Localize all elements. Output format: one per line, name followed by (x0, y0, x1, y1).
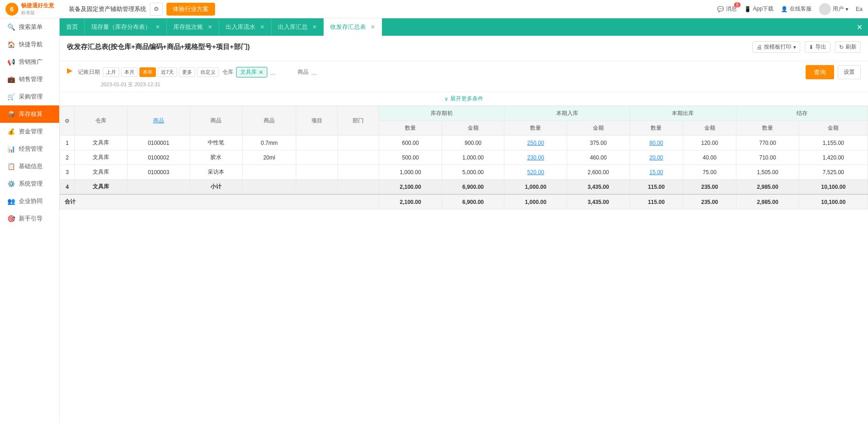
row-dept-2 (337, 165, 379, 180)
row-in-qty-0[interactable]: 250.00 (504, 136, 567, 150)
page-header: 收发存汇总表(按仓库+商品编码+商品+规格型号+项目+部门) 🖨 按模板打印 ▾… (60, 36, 868, 61)
top-bar-right: 💬 消息 6 📱 App下载 👤 在线客服 用户 ▾ Ea (717, 3, 862, 15)
sidebar-icon-4: 🛒 (7, 93, 15, 100)
online-service-item[interactable]: 👤 在线客服 (781, 5, 812, 13)
date-shortcut-本年[interactable]: 本年 (139, 67, 156, 77)
tab-3[interactable]: 出入库流水✕ (219, 18, 271, 36)
footer-label: 合计 (60, 194, 379, 209)
tab-close-3[interactable]: ✕ (260, 24, 265, 30)
row-name-3: 小计 (190, 180, 243, 195)
sidebar-label-0: 搜索菜单 (19, 23, 43, 31)
sidebar-label-3: 销售管理 (19, 75, 43, 83)
tab-close-2[interactable]: ✕ (208, 24, 212, 30)
settings-button[interactable]: 设置 (838, 65, 861, 79)
trial-button[interactable]: 体验行业方案 (166, 3, 215, 16)
sidebar-label-10: 企业协同 (19, 197, 43, 205)
logo-area: 6 畅捷通好生意 标准版 (6, 2, 65, 16)
row-out-qty-0[interactable]: 80.00 (630, 136, 683, 150)
row-in-amt-1: 460.00 (567, 150, 630, 165)
row-code-1: 0100002 (127, 150, 190, 165)
goods-more-button[interactable]: ... (311, 69, 317, 76)
row-code-0: 0100001 (127, 136, 190, 150)
tab-1[interactable]: 现存量（库存分布表）✕ (85, 18, 167, 36)
app-download-item[interactable]: 📱 App下载 (744, 5, 774, 13)
bal-qty-header: 数量 (736, 121, 799, 136)
goods-filter-group: 商品 ... (298, 68, 317, 76)
tab-bar-close[interactable]: ✕ (851, 23, 868, 32)
tab-5[interactable]: 收发存汇总表✕ (324, 18, 382, 36)
row-in-qty-2[interactable]: 520.00 (504, 165, 567, 180)
date-shortcut-本月[interactable]: 本月 (121, 67, 138, 77)
sidebar-item-9[interactable]: ⚙️系统管理 (0, 175, 59, 192)
expand-more-row: ∨ 展开更多条件 (60, 92, 868, 106)
row-spec-1: 20ml (243, 150, 296, 165)
date-shortcut-更多[interactable]: 更多 (179, 67, 195, 77)
tab-4[interactable]: 出入库汇总✕ (271, 18, 324, 36)
tab-close-5[interactable]: ✕ (370, 24, 375, 30)
sidebar-label-7: 经营管理 (19, 145, 43, 153)
in-qty-header: 数量 (504, 121, 567, 136)
refresh-button[interactable]: ↻ 刷新 (835, 41, 861, 53)
tab-close-1[interactable]: ✕ (155, 24, 160, 30)
logo-icon: 6 (6, 3, 18, 16)
sidebar-item-11[interactable]: 🎯新手引导 (0, 210, 59, 227)
sidebar-item-10[interactable]: 👥企业协同 (0, 192, 59, 210)
sidebar-item-7[interactable]: 📊经营管理 (0, 140, 59, 158)
sidebar-item-2[interactable]: 📢营销推广 (0, 53, 59, 71)
date-range-display: 2023-01-01 至 2023-12-31 (78, 81, 861, 88)
export-button[interactable]: ⬇ 导出 (805, 41, 830, 53)
sidebar-icon-10: 👥 (7, 198, 15, 205)
filter-arrow-icon[interactable]: ▶ (67, 66, 72, 75)
tab-close-4[interactable]: ✕ (312, 24, 317, 30)
date-filter-group: 记账日期 上月本月本年近7天更多自定义 (78, 67, 219, 77)
date-shortcut-自定义[interactable]: 自定义 (197, 67, 219, 77)
sidebar-item-4[interactable]: 🛒采购管理 (0, 88, 59, 105)
opening-group-header: 库存期初 (379, 106, 504, 121)
row-in-qty-1[interactable]: 230.00 (504, 150, 567, 165)
notification-item[interactable]: 💬 消息 6 (717, 5, 737, 13)
footer-in-amt: 3,435.00 (567, 194, 630, 209)
row-out-qty-1[interactable]: 20.00 (630, 150, 683, 165)
user-item[interactable]: 用户 ▾ (819, 3, 848, 15)
sidebar-item-3[interactable]: 💼销售管理 (0, 71, 59, 88)
sidebar-item-8[interactable]: 📋基础信息 (0, 158, 59, 175)
sidebar-item-0[interactable]: 🔍搜索菜单 (0, 18, 59, 36)
spec-col-header: 商品 (243, 106, 296, 136)
tab-0[interactable]: 首页 (60, 18, 85, 36)
sidebar-icon-2: 📢 (7, 58, 15, 66)
data-table: ⚙ 仓库 商品 商品 商品 项目 部门 库存期初 本期入库 本期出库 结存 (60, 106, 868, 209)
row-dept-3 (337, 180, 379, 195)
warehouse-more-button[interactable]: ... (270, 69, 276, 76)
sidebar-label-6: 资金管理 (19, 127, 43, 136)
open-amt-header: 金额 (442, 121, 504, 136)
date-shortcut-上月[interactable]: 上月 (103, 67, 119, 77)
footer-out-qty: 115.00 (630, 194, 683, 209)
row-project-1 (296, 150, 337, 165)
row-open-amt-2: 5,000.00 (442, 165, 504, 180)
system-name: 装备及固定资产辅助管理系统 (69, 5, 146, 13)
date-shortcut-近7天[interactable]: 近7天 (158, 67, 177, 77)
chevron-down-icon: ∨ (444, 96, 448, 102)
top-bar-system: 装备及固定资产辅助管理系统 ⚙ 体验行业方案 (65, 3, 717, 16)
gear-button[interactable]: ⚙ (150, 3, 163, 16)
row-out-qty-2[interactable]: 15.00 (630, 165, 683, 180)
sidebar-item-5[interactable]: 📦库存核算 (0, 105, 59, 123)
tab-2[interactable]: 库存批次账✕ (167, 18, 219, 36)
print-button[interactable]: 🖨 按模板打印 ▾ (752, 41, 800, 53)
sidebar-item-1[interactable]: 🏠快捷导航 (0, 36, 59, 53)
warehouse-filter-group: 仓库 文具库 ✕ ... (222, 67, 276, 77)
sidebar-label-9: 系统管理 (19, 180, 43, 188)
sidebar-item-6[interactable]: 💰资金管理 (0, 123, 59, 140)
content-area: 首页现存量（库存分布表）✕库存批次账✕出入库流水✕出入库汇总✕收发存汇总表✕ ✕… (60, 18, 868, 423)
row-bal-amt-1: 1,420.00 (799, 150, 868, 165)
warehouse-remove-icon[interactable]: ✕ (259, 69, 263, 76)
warehouse-filter-label: 仓库 (222, 68, 233, 76)
dept-col-header: 部门 (337, 106, 379, 136)
row-out-amt-2: 75.00 (683, 165, 736, 180)
query-button[interactable]: 查询 (806, 65, 834, 79)
tab-bar: 首页现存量（库存分布表）✕库存批次账✕出入库流水✕出入库汇总✕收发存汇总表✕ ✕ (60, 18, 868, 36)
row-in-amt-3: 3,435.00 (567, 180, 630, 195)
expand-more-button[interactable]: ∨ 展开更多条件 (444, 95, 483, 103)
sidebar-label-8: 基础信息 (19, 162, 43, 170)
message-icon: 💬 (717, 6, 724, 12)
